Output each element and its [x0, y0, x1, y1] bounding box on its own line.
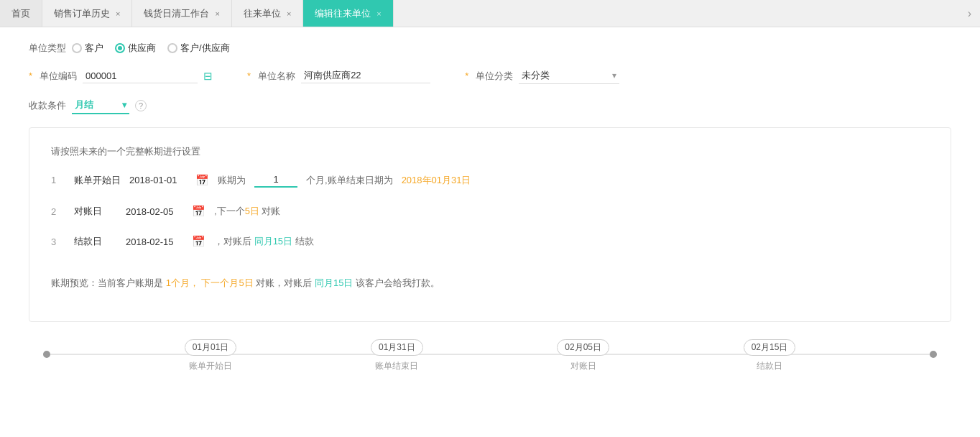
period-calendar-2[interactable]: 📅	[192, 205, 205, 218]
timeline-node-4: 02月15日 结款日	[744, 336, 796, 372]
tab-cash-work-close[interactable]: ×	[215, 9, 219, 18]
period-title: 请按照未来的一个完整帐期进行设置	[51, 145, 929, 158]
timeline-tag-2: 01月31日	[371, 339, 423, 356]
tab-sales-order-close[interactable]: ×	[116, 9, 120, 18]
unit-category-select[interactable]: 未分类 ▾	[519, 68, 619, 84]
timeline-label-2: 账单结束日	[375, 360, 418, 372]
timeline-node-1: 01月01日 账单开始日	[185, 336, 237, 372]
unit-code-copy-icon[interactable]: ⊟	[203, 70, 213, 83]
period-field-label-2: 对账日	[74, 205, 117, 218]
unit-code-value: 000001	[83, 69, 198, 83]
timeline-end-dot	[930, 351, 937, 358]
timeline-end-circle	[930, 351, 937, 358]
period-desc-1-after: 个月,账单结束日期为	[306, 174, 393, 187]
preview-part3: 同月15日	[315, 277, 353, 288]
timeline-label-1: 账单开始日	[189, 360, 232, 372]
unit-category-value: 未分类	[522, 69, 550, 82]
timeline-container: 01月01日 账单开始日 01月31日 账单结束日 02月05日 对账日 02月…	[29, 336, 951, 372]
radio-both-circle	[167, 43, 177, 53]
period-day-3: 同月15日	[254, 236, 292, 247]
tab-home-label: 首页	[11, 7, 30, 20]
radio-customer[interactable]: 客户	[72, 42, 103, 55]
timeline-line	[43, 354, 937, 355]
unit-category-label: 单位分类	[476, 70, 513, 83]
timeline-tag-4: 02月15日	[744, 339, 796, 356]
tab-cash-work[interactable]: 钱货日清工作台 ×	[132, 0, 231, 27]
tab-expand-button[interactable]: ›	[959, 0, 980, 27]
period-desc-2: ,下一个5日 对账	[214, 205, 280, 218]
radio-supplier[interactable]: 供应商	[115, 42, 156, 55]
period-row-3: 3 结款日 2018-02-15 📅 ，对账后 同月15日 结款	[51, 235, 929, 248]
radio-customer-circle	[72, 43, 82, 53]
tab-partner-close[interactable]: ×	[287, 9, 291, 18]
unit-category-group: * 单位分类 未分类 ▾	[465, 68, 619, 84]
unit-type-radio-group: 客户 供应商 客户/供应商	[72, 42, 230, 55]
period-num-2: 2	[51, 206, 65, 217]
period-date-2: 2018-02-05	[126, 206, 183, 217]
preview-text: 账期预览：当前客户账期是 1个月， 下一个月5日 对账，对账后 同月15日 该客…	[51, 277, 929, 290]
timeline-label-4: 结款日	[757, 360, 782, 372]
payment-label: 收款条件	[29, 99, 66, 112]
timeline-start-dot	[43, 351, 50, 358]
preview-label: 账期预览：当前客户账期是	[51, 277, 166, 288]
unit-name-star: *	[247, 70, 251, 81]
timeline-label-3: 对账日	[570, 360, 596, 372]
payment-value: 月结	[75, 98, 93, 111]
preview-part1: 1个月，	[166, 277, 199, 288]
timeline-node-2: 01月31日 账单结束日	[371, 336, 423, 372]
unit-category-arrow: ▾	[612, 70, 616, 80]
timeline-node-3: 02月05日 对账日	[557, 336, 609, 372]
radio-customer-label: 客户	[85, 42, 103, 55]
tab-sales-order[interactable]: 销售订单历史 ×	[42, 0, 132, 27]
tab-edit-partner-label: 编辑往来单位	[315, 7, 371, 20]
unit-type-label: 单位类型	[29, 42, 66, 55]
radio-both-label: 客户/供应商	[180, 42, 230, 55]
period-calendar-3[interactable]: 📅	[192, 235, 205, 248]
tab-partner-label: 往来单位	[244, 7, 281, 20]
period-date-1: 2018-01-01	[129, 175, 187, 185]
period-end-date: 2018年01月31日	[402, 174, 471, 187]
period-row-2: 2 对账日 2018-02-05 📅 ,下一个5日 对账	[51, 205, 929, 218]
period-date-3: 2018-02-15	[126, 236, 183, 247]
period-num-1: 1	[51, 175, 65, 185]
unit-code-text: 000001	[85, 70, 116, 81]
unit-fields-row: * 单位编码 000001 ⊟ * 单位名称 * 单位分类 未分类 ▾	[29, 68, 951, 84]
period-months-input[interactable]	[254, 172, 297, 188]
period-num-3: 3	[51, 236, 65, 247]
unit-name-group: * 单位名称	[247, 69, 430, 83]
period-box: 请按照未来的一个完整帐期进行设置 1 账单开始日 2018-01-01 📅 账期…	[29, 127, 951, 322]
tab-partner[interactable]: 往来单位 ×	[232, 0, 303, 27]
preview-section: 账期预览：当前客户账期是 1个月， 下一个月5日 对账，对账后 同月15日 该客…	[51, 265, 929, 290]
preview-mid: 对账，对账后	[256, 277, 315, 288]
unit-category-star: *	[465, 70, 468, 81]
period-field-label-1: 账单开始日	[74, 174, 121, 187]
tab-edit-partner[interactable]: 编辑往来单位 ×	[303, 0, 393, 27]
unit-type-row: 单位类型 客户 供应商 客户/供应商	[29, 42, 951, 55]
tab-sales-order-label: 销售订单历史	[54, 7, 110, 20]
radio-supplier-label: 供应商	[128, 42, 156, 55]
period-desc-1-before: 账期为	[218, 174, 246, 187]
radio-supplier-circle	[115, 43, 125, 53]
payment-select[interactable]: 月结 ▾	[72, 97, 129, 114]
payment-help-icon[interactable]: ?	[135, 100, 147, 111]
preview-part2: 下一个月5日	[201, 277, 253, 288]
tab-home[interactable]: 首页	[0, 0, 42, 27]
unit-name-input[interactable]	[301, 69, 430, 83]
period-field-label-3: 结款日	[74, 235, 117, 248]
tab-edit-partner-close[interactable]: ×	[376, 9, 381, 18]
unit-name-label: 单位名称	[258, 70, 295, 83]
unit-code-star: *	[29, 70, 32, 81]
preview-end: 该客户会给我打款。	[356, 277, 440, 288]
timeline-tag-3: 02月05日	[557, 339, 609, 356]
payment-row: 收款条件 月结 ▾ ?	[29, 97, 951, 114]
unit-code-group: * 单位编码 000001 ⊟	[29, 69, 213, 83]
period-calendar-1[interactable]: 📅	[195, 174, 209, 187]
timeline-tag-1: 01月01日	[185, 339, 237, 356]
timeline-start-circle	[43, 351, 50, 358]
period-day-2: 5日	[245, 206, 259, 216]
tab-cash-work-label: 钱货日清工作台	[144, 7, 209, 20]
period-desc-3: ，对账后 同月15日 结款	[214, 235, 314, 248]
payment-arrow: ▾	[122, 100, 126, 110]
radio-both[interactable]: 客户/供应商	[167, 42, 230, 55]
main-content: 单位类型 客户 供应商 客户/供应商 * 单位编码 000001 ⊟	[0, 27, 980, 437]
